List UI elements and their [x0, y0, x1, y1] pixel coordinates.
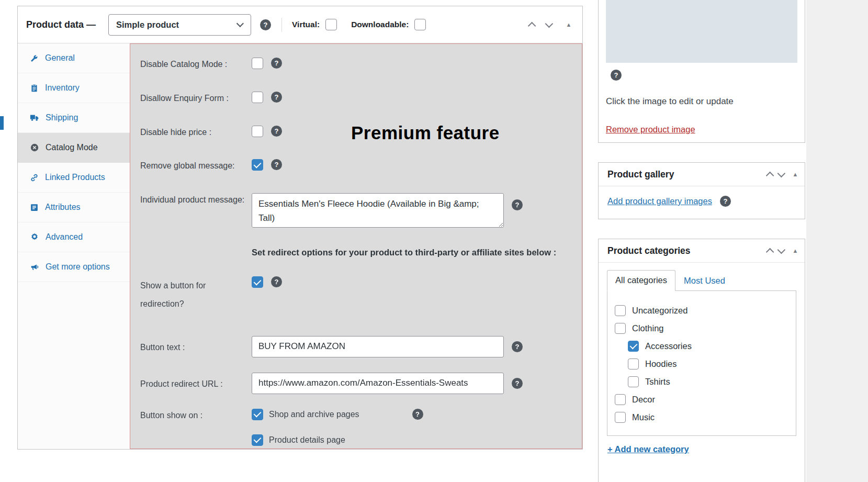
tab-label: Catalog Mode — [46, 143, 98, 152]
product-categories-panel: Product categories All categories Most U… — [598, 239, 805, 482]
show-redirect-button-checkbox[interactable] — [252, 276, 263, 288]
tab-catalog-mode[interactable]: Catalog Mode — [18, 133, 130, 163]
tab-label: General — [45, 53, 75, 63]
help-icon[interactable] — [271, 126, 282, 137]
tab-linked-products[interactable]: Linked Products — [18, 163, 130, 193]
redirect-url-input[interactable] — [252, 373, 504, 394]
category-checkbox-decor[interactable] — [615, 394, 626, 405]
tab-shipping[interactable]: Shipping — [18, 103, 130, 133]
catalog-mode-panel: Premium feature Disable Catalog Mode : D… — [130, 43, 582, 449]
category-label: Uncategorized — [632, 306, 687, 316]
order-up-button[interactable] — [762, 245, 775, 256]
help-icon[interactable] — [720, 196, 731, 207]
help-icon[interactable] — [512, 378, 523, 389]
tab-most-used[interactable]: Most Used — [684, 271, 725, 291]
product-data-panel: Product data — Simple product Virtual: D… — [17, 6, 583, 450]
disallow-enquiry-checkbox[interactable] — [252, 92, 263, 103]
tab-label: Linked Products — [45, 173, 105, 182]
product-data-header: Product data — Simple product Virtual: D… — [18, 6, 582, 43]
category-checkbox-music[interactable] — [615, 412, 626, 423]
product-details-checkbox[interactable] — [252, 434, 263, 446]
disable-hide-price-checkbox[interactable] — [252, 126, 263, 137]
redirect-url-label: Product redirect URL : — [140, 373, 252, 391]
collapse-toggle-button[interactable] — [789, 245, 802, 256]
categories-list: Uncategorized Clothing Accessories Hoodi… — [607, 290, 796, 436]
category-label: Tshirts — [645, 377, 670, 387]
tab-label: Attributes — [45, 203, 81, 212]
help-icon[interactable] — [260, 19, 271, 30]
tab-label: Inventory — [45, 83, 80, 93]
category-label: Decor — [632, 395, 655, 405]
remove-global-message-checkbox[interactable] — [252, 159, 263, 171]
virtual-checkbox[interactable] — [325, 19, 337, 30]
wrench-icon — [30, 54, 39, 63]
product-details-label: Product details page — [269, 435, 345, 445]
button-text-input[interactable] — [252, 336, 504, 357]
shop-archive-label: Shop and archive pages — [269, 410, 359, 419]
link-icon — [30, 173, 39, 182]
help-icon[interactable] — [512, 199, 523, 210]
help-icon[interactable] — [512, 341, 523, 352]
order-up-button[interactable] — [762, 169, 775, 180]
button-show-on-label: Button show on : — [140, 409, 252, 422]
gallery-title: Product gallery — [607, 169, 762, 180]
shop-archive-checkbox[interactable] — [252, 409, 263, 420]
dismiss-icon — [30, 143, 39, 152]
category-label: Accessories — [645, 341, 692, 351]
tab-attributes[interactable]: Attributes — [18, 193, 130, 222]
category-checkbox-clothing[interactable] — [615, 323, 626, 334]
tab-label: Get more options — [46, 262, 110, 272]
tab-inventory[interactable]: Inventory — [18, 73, 130, 103]
individual-message-textarea[interactable]: Essentials Men's Fleece Hoodie (Availabl… — [252, 193, 504, 228]
featured-image[interactable] — [606, 0, 797, 63]
page-background-strip — [806, 0, 868, 482]
attributes-icon — [30, 203, 39, 212]
category-item: Clothing — [615, 319, 788, 337]
order-down-button[interactable] — [775, 245, 789, 256]
category-item: Accessories — [628, 337, 788, 355]
tab-all-categories[interactable]: All categories — [607, 270, 675, 291]
help-icon[interactable] — [611, 70, 622, 81]
chevron-down-icon — [236, 20, 244, 27]
category-checkbox-uncategorized[interactable] — [615, 305, 626, 316]
help-icon[interactable] — [271, 276, 282, 287]
add-gallery-images-link[interactable]: Add product gallery images — [607, 196, 712, 206]
product-gallery-panel: Product gallery Add product gallery imag… — [598, 162, 805, 219]
redirect-options-heading: Set redirect options for your product to… — [252, 248, 582, 257]
virtual-label: Virtual: — [292, 20, 320, 29]
help-icon[interactable] — [412, 409, 423, 420]
product-data-tabs: General Inventory Shipping Catalog Mode … — [18, 43, 130, 449]
categories-title: Product categories — [607, 245, 762, 256]
help-icon[interactable] — [271, 58, 282, 69]
help-icon[interactable] — [271, 92, 282, 103]
individual-message-label: Individual product message: — [140, 193, 252, 207]
megaphone-icon — [30, 262, 39, 272]
help-icon[interactable] — [271, 159, 282, 170]
category-label: Clothing — [632, 323, 664, 333]
tab-advanced[interactable]: Advanced — [18, 222, 130, 252]
divider — [281, 18, 282, 32]
inventory-icon — [30, 84, 39, 93]
category-item: Uncategorized — [615, 301, 788, 319]
downloadable-label: Downloadable: — [351, 20, 409, 29]
add-new-category-link[interactable]: + Add new category — [607, 444, 689, 454]
order-up-button[interactable] — [524, 19, 537, 30]
product-type-select[interactable]: Simple product — [108, 14, 251, 36]
remove-product-image-link[interactable]: Remove product image — [606, 125, 695, 134]
tab-general[interactable]: General — [18, 43, 130, 73]
category-checkbox-hoodies[interactable] — [628, 358, 639, 369]
category-checkbox-tshirts[interactable] — [628, 376, 639, 387]
tab-label: Advanced — [46, 232, 83, 242]
collapse-toggle-button[interactable] — [789, 169, 802, 180]
panel-title: Product data — — [26, 19, 96, 30]
order-down-button[interactable] — [543, 19, 557, 30]
admin-menu-accent — [0, 116, 4, 130]
order-down-button[interactable] — [775, 169, 789, 180]
show-button-label: Show a button for redirection? — [140, 276, 219, 313]
downloadable-checkbox[interactable] — [414, 19, 426, 30]
disable-catalog-checkbox[interactable] — [252, 58, 263, 69]
category-checkbox-accessories[interactable] — [628, 341, 639, 352]
collapse-toggle-button[interactable] — [562, 19, 575, 30]
tab-get-more-options[interactable]: Get more options — [18, 252, 130, 282]
product-image-fragment — [663, 0, 771, 3]
